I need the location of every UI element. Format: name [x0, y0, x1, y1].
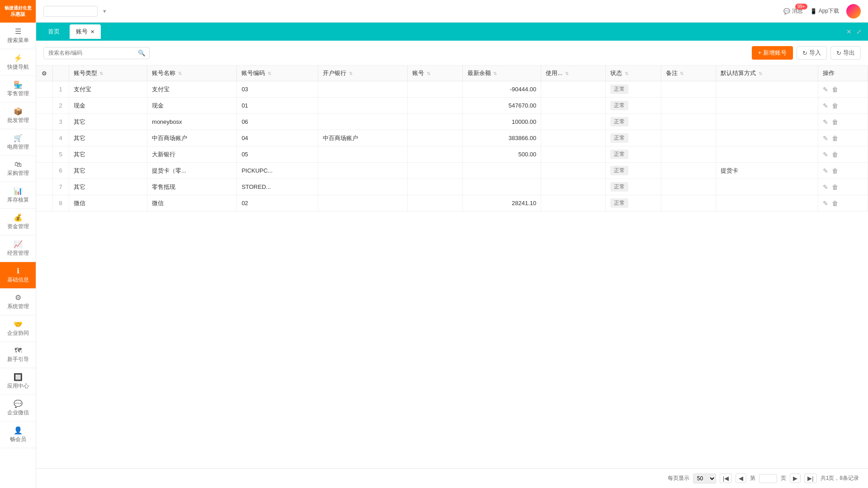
topbar-search-input[interactable] — [43, 6, 98, 17]
sidebar-item-label: 采购管理 — [2, 169, 34, 177]
sidebar-item-member[interactable]: 👤 畅会员 — [0, 422, 36, 448]
sidebar-item-inventory[interactable]: 📊 库存核算 — [0, 182, 36, 209]
sidebar-item-label: 应用中心 — [2, 382, 34, 390]
account-search-btn[interactable]: 🔍 — [134, 47, 149, 59]
ecommerce-icon: 🛒 — [2, 134, 34, 142]
col-gear[interactable]: ⚙ — [36, 66, 52, 81]
edit-icon[interactable]: ✎ — [823, 102, 828, 109]
account-search-input[interactable] — [44, 47, 134, 58]
row-bank-cell — [318, 98, 407, 114]
sidebar-item-corpwechat[interactable]: 💬 企业微信 — [0, 395, 36, 422]
edit-icon[interactable]: ✎ — [823, 183, 828, 191]
sidebar-item-purchase[interactable]: 🛍 采购管理 — [0, 156, 36, 182]
col-status[interactable]: 状态 ⇅ — [606, 66, 661, 81]
col-balance-label: 最新余额 — [467, 70, 491, 76]
guide-icon: 🗺 — [2, 347, 34, 355]
row-code-cell: STORED... — [237, 179, 318, 195]
col-name[interactable]: 账号名称 ⇅ — [147, 66, 237, 81]
edit-icon[interactable]: ✎ — [823, 86, 828, 93]
col-account-sort-icon: ⇅ — [427, 71, 430, 76]
sidebar-item-label: 新手引导 — [2, 356, 34, 363]
row-balance-cell — [462, 179, 541, 195]
topbar-app-download-btn[interactable]: 📱 App下载 — [810, 7, 839, 15]
edit-icon[interactable]: ✎ — [823, 118, 828, 126]
row-bank-cell — [318, 195, 407, 211]
col-remark[interactable]: 备注 ⇅ — [661, 66, 716, 81]
sidebar-item-search[interactable]: ☰ 搜索菜单 — [0, 23, 36, 49]
tab-account-close-icon[interactable]: ✕ — [90, 29, 94, 35]
add-account-button[interactable]: + 新增账号 — [752, 46, 793, 60]
col-bank[interactable]: 开户银行 ⇅ — [318, 66, 407, 81]
row-status-cell: 正常 — [606, 146, 661, 163]
delete-icon[interactable]: 🗑 — [832, 183, 838, 191]
page-prev-btn[interactable]: ◀ — [736, 474, 746, 483]
sidebar-item-guide[interactable]: 🗺 新手引导 — [0, 342, 36, 368]
row-gear-cell — [36, 130, 52, 146]
import-button[interactable]: ↻ 导入 — [797, 46, 827, 60]
sidebar-item-label: 基础信息 — [2, 276, 34, 284]
per-page-select[interactable]: 50 20 100 — [693, 474, 716, 483]
delete-icon[interactable]: 🗑 — [832, 102, 838, 109]
edit-icon[interactable]: ✎ — [823, 151, 828, 158]
edit-icon[interactable]: ✎ — [823, 200, 828, 207]
sidebar-item-system[interactable]: ⚙ 系统管理 — [0, 289, 36, 315]
col-usage[interactable]: 使用... ⇅ — [541, 66, 606, 81]
topbar-message-btn[interactable]: 💬 消息 99+ — [783, 7, 803, 15]
delete-icon[interactable]: 🗑 — [832, 135, 838, 142]
delete-icon[interactable]: 🗑 — [832, 200, 838, 207]
page-next-btn[interactable]: ▶ — [790, 474, 801, 483]
edit-icon[interactable]: ✎ — [823, 167, 828, 174]
sidebar-item-quicknav[interactable]: ⚡ 快捷导航 — [0, 49, 36, 76]
row-gear-cell — [36, 146, 52, 163]
page-first-btn[interactable]: |◀ — [720, 474, 732, 483]
row-code-cell: PICKUPC... — [237, 163, 318, 179]
row-default-settle-cell — [716, 114, 818, 130]
row-code-cell: 04 — [237, 130, 318, 146]
tab-home[interactable]: 首页 — [42, 24, 66, 39]
col-account[interactable]: 账号 ⇅ — [408, 66, 462, 81]
topbar-chevron-icon[interactable]: ▾ — [103, 8, 106, 14]
delete-icon[interactable]: 🗑 — [832, 151, 838, 158]
col-default-settle[interactable]: 默认结算方式 ⇅ — [716, 66, 818, 81]
col-code-sort-icon: ⇅ — [268, 71, 271, 76]
tab-maximize-icon[interactable]: ⤢ — [855, 27, 863, 36]
corpwechat-icon: 💬 — [2, 399, 34, 408]
page-last-btn[interactable]: ▶| — [804, 474, 816, 483]
topbar: ▾ 💬 消息 99+ 📱 App下载 — [36, 0, 868, 23]
sidebar-item-enterprise[interactable]: 🤝 企业协同 — [0, 315, 36, 342]
enterprise-icon: 🤝 — [2, 320, 34, 328]
row-type-cell: 支付宝 — [69, 81, 147, 98]
sidebar-item-retail[interactable]: 🏪 零售管理 — [0, 76, 36, 103]
row-num-cell: 5 — [52, 146, 69, 163]
table-row: 7 其它 零售抵现 STORED... 正常 ✎ 🗑 — [36, 179, 868, 195]
col-type[interactable]: 账号类型 ⇅ — [69, 66, 147, 81]
delete-icon[interactable]: 🗑 — [832, 167, 838, 174]
row-code-cell: 03 — [237, 81, 318, 98]
col-num — [52, 66, 69, 81]
row-action-cell: ✎ 🗑 — [818, 146, 868, 163]
sidebar-item-label: 畅会员 — [2, 436, 34, 443]
row-action-cell: ✎ 🗑 — [818, 163, 868, 179]
sidebar-item-operations[interactable]: 📈 经营管理 — [0, 235, 36, 262]
user-avatar[interactable] — [846, 4, 861, 19]
capital-icon: 💰 — [2, 213, 34, 222]
sidebar-item-basic[interactable]: ℹ 基础信息 — [0, 262, 36, 289]
sidebar-item-capital[interactable]: 💰 资金管理 — [0, 209, 36, 235]
delete-icon[interactable]: 🗑 — [832, 118, 838, 126]
page-number-input[interactable]: 1 — [759, 474, 777, 483]
row-default-settle-cell — [716, 146, 818, 163]
sidebar-item-appcenter[interactable]: 🔲 应用中心 — [0, 368, 36, 395]
col-code[interactable]: 账号编码 ⇅ — [237, 66, 318, 81]
table-row: 8 微信 微信 02 28241.10 正常 ✎ 🗑 — [36, 195, 868, 211]
row-status-cell: 正常 — [606, 81, 661, 98]
row-type-cell: 其它 — [69, 146, 147, 163]
logo-line1: 畅捷通好生意 — [5, 5, 32, 11]
tab-account[interactable]: 账号 ✕ — [70, 24, 101, 39]
export-button[interactable]: ↻ 导出 — [830, 46, 861, 60]
tab-close-icon[interactable]: ✕ — [845, 27, 853, 36]
col-balance[interactable]: 最新余额 ⇅ — [462, 66, 541, 81]
sidebar-item-wholesale[interactable]: 📦 批发管理 — [0, 103, 36, 129]
delete-icon[interactable]: 🗑 — [832, 86, 838, 93]
sidebar-item-ecommerce[interactable]: 🛒 电商管理 — [0, 129, 36, 156]
edit-icon[interactable]: ✎ — [823, 135, 828, 142]
